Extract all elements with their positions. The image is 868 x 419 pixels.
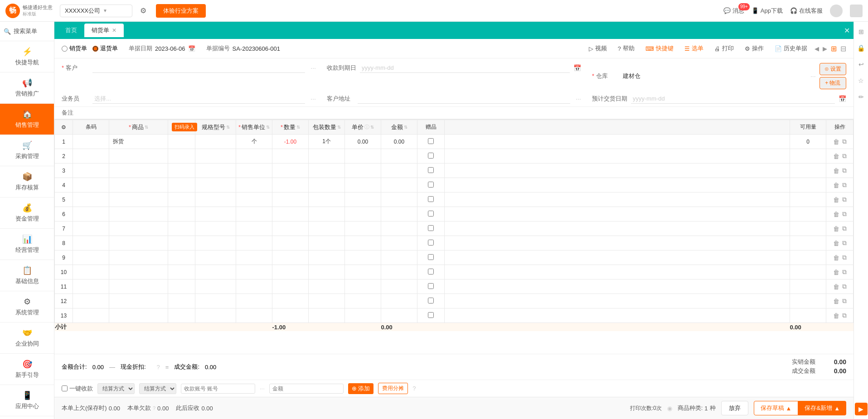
gift-checkbox[interactable] bbox=[428, 312, 434, 318]
payment-account-input[interactable] bbox=[181, 384, 255, 394]
detail-view-icon[interactable]: ⊟ bbox=[840, 44, 846, 53]
cell-qty[interactable] bbox=[272, 236, 309, 250]
delete-row-icon[interactable]: 🗑 bbox=[833, 138, 839, 145]
cell-barcode[interactable] bbox=[73, 222, 109, 236]
barcode-input[interactable] bbox=[77, 153, 105, 159]
shortcut-button[interactable]: ⌨ 快捷键 bbox=[642, 43, 677, 54]
cell-qty[interactable] bbox=[272, 164, 309, 178]
cell-price[interactable] bbox=[345, 164, 381, 178]
barcode-input[interactable] bbox=[77, 269, 105, 275]
cell-product[interactable] bbox=[109, 193, 168, 207]
cell-qty[interactable] bbox=[272, 178, 309, 193]
cell-price[interactable] bbox=[345, 294, 381, 308]
cell-product[interactable]: 拆货 bbox=[109, 135, 168, 149]
scan-button[interactable]: 扫码录入 bbox=[172, 123, 197, 131]
gift-checkbox[interactable] bbox=[428, 153, 434, 159]
discount-help-icon[interactable]: ? bbox=[157, 364, 160, 371]
sidebar-item-operations[interactable]: 📊 经营管理 bbox=[0, 229, 54, 260]
delete-row-icon[interactable]: 🗑 bbox=[833, 211, 839, 218]
barcode-input[interactable] bbox=[77, 168, 105, 174]
gift-checkbox[interactable] bbox=[428, 283, 434, 289]
delete-row-icon[interactable]: 🗑 bbox=[833, 225, 839, 232]
right-panel-edit[interactable]: ✏ bbox=[855, 91, 868, 103]
trial-button[interactable]: 体验行业方案 bbox=[156, 4, 206, 18]
cell-price[interactable] bbox=[345, 207, 381, 222]
cell-gift[interactable] bbox=[417, 308, 445, 323]
delete-row-icon[interactable]: 🗑 bbox=[833, 196, 839, 203]
radio-sale-input[interactable] bbox=[62, 46, 68, 52]
one-click-checkbox-input[interactable] bbox=[62, 385, 68, 391]
cell-barcode[interactable] bbox=[73, 164, 109, 178]
copy-row-icon[interactable]: ⧉ bbox=[842, 167, 847, 174]
copy-row-icon[interactable]: ⧉ bbox=[842, 268, 847, 276]
cell-price[interactable] bbox=[345, 279, 381, 294]
copy-row-icon[interactable]: ⧉ bbox=[842, 239, 847, 247]
customer-more-icon[interactable]: ··· bbox=[310, 64, 316, 72]
copy-row-icon[interactable]: ⧉ bbox=[842, 181, 847, 189]
right-panel-lock[interactable]: 🔒 bbox=[855, 42, 868, 54]
gift-checkbox[interactable] bbox=[428, 138, 434, 144]
collection-date-input[interactable] bbox=[360, 63, 570, 73]
cell-gift[interactable] bbox=[417, 135, 445, 149]
gift-checkbox[interactable] bbox=[428, 269, 434, 275]
cell-product[interactable] bbox=[109, 308, 168, 323]
cell-product[interactable] bbox=[109, 265, 168, 279]
expected-delivery-icon[interactable]: 📅 bbox=[839, 95, 846, 102]
cell-product[interactable] bbox=[109, 279, 168, 294]
discard-button[interactable]: 放弃 bbox=[721, 401, 748, 415]
cell-qty[interactable] bbox=[272, 279, 309, 294]
copy-row-icon[interactable]: ⧉ bbox=[842, 297, 847, 305]
sidebar-item-sales[interactable]: 🏠 销售管理 bbox=[0, 104, 54, 135]
cell-gift[interactable] bbox=[417, 207, 445, 222]
cell-price[interactable] bbox=[345, 178, 381, 193]
cell-gift[interactable] bbox=[417, 193, 445, 207]
cell-qty[interactable] bbox=[272, 250, 309, 265]
cell-qty[interactable] bbox=[272, 193, 309, 207]
customer-input[interactable] bbox=[92, 63, 305, 73]
cell-gift[interactable] bbox=[417, 178, 445, 193]
cell-gift[interactable] bbox=[417, 236, 445, 250]
logistics-button[interactable]: + 物流 bbox=[820, 77, 846, 89]
cell-spec[interactable] bbox=[195, 279, 236, 294]
radio-return-input[interactable] bbox=[92, 46, 98, 52]
cell-barcode[interactable] bbox=[73, 265, 109, 279]
cell-product[interactable] bbox=[109, 236, 168, 250]
sidebar-search[interactable]: 🔍 搜索菜单 bbox=[0, 22, 54, 41]
cell-price[interactable] bbox=[345, 149, 381, 164]
cell-barcode[interactable] bbox=[73, 294, 109, 308]
copy-row-icon[interactable]: ⧉ bbox=[842, 210, 847, 218]
delete-row-icon[interactable]: 🗑 bbox=[833, 153, 839, 160]
delete-row-icon[interactable]: 🗑 bbox=[833, 240, 839, 247]
cell-barcode[interactable] bbox=[73, 308, 109, 323]
delete-row-icon[interactable]: 🗑 bbox=[833, 298, 839, 305]
close-all-tabs-button[interactable]: ✕ bbox=[844, 26, 850, 35]
cell-qty[interactable] bbox=[272, 149, 309, 164]
cell-qty[interactable] bbox=[272, 294, 309, 308]
cell-price[interactable] bbox=[345, 250, 381, 265]
cell-gift[interactable] bbox=[417, 279, 445, 294]
cell-product[interactable] bbox=[109, 222, 168, 236]
account-more-icon[interactable]: ··· bbox=[260, 385, 265, 392]
warehouse-more-icon[interactable]: ··· bbox=[810, 72, 816, 80]
cell-spec[interactable] bbox=[195, 164, 236, 178]
right-panel-star[interactable]: ☆ bbox=[855, 74, 868, 87]
gift-checkbox[interactable] bbox=[428, 182, 434, 188]
video-button[interactable]: ▷ 视频 bbox=[585, 43, 611, 54]
nav-prev-icon[interactable]: ◀ bbox=[815, 45, 819, 52]
online-service-button[interactable]: 🎧 在线客服 bbox=[790, 7, 823, 15]
copy-row-icon[interactable]: ⧉ bbox=[842, 254, 847, 261]
cell-price[interactable] bbox=[345, 265, 381, 279]
cell-qty[interactable] bbox=[272, 207, 309, 222]
cell-product[interactable] bbox=[109, 178, 168, 193]
delete-row-icon[interactable]: 🗑 bbox=[833, 312, 839, 319]
product-sort-icon[interactable]: ⇅ bbox=[145, 125, 148, 130]
save-draft-button[interactable]: 保存草稿 ▲ bbox=[754, 401, 799, 415]
list-view-icon[interactable]: ⊞ bbox=[831, 44, 837, 53]
copy-row-icon[interactable]: ⧉ bbox=[842, 152, 847, 160]
copy-row-icon[interactable]: ⧉ bbox=[842, 225, 847, 232]
gift-checkbox[interactable] bbox=[428, 298, 434, 303]
delete-row-icon[interactable]: 🗑 bbox=[833, 269, 839, 276]
copy-row-icon[interactable]: ⧉ bbox=[842, 138, 847, 145]
sidebar-item-purchase[interactable]: 🛒 采购管理 bbox=[0, 135, 54, 166]
calendar-icon[interactable]: 📅 bbox=[188, 45, 195, 52]
